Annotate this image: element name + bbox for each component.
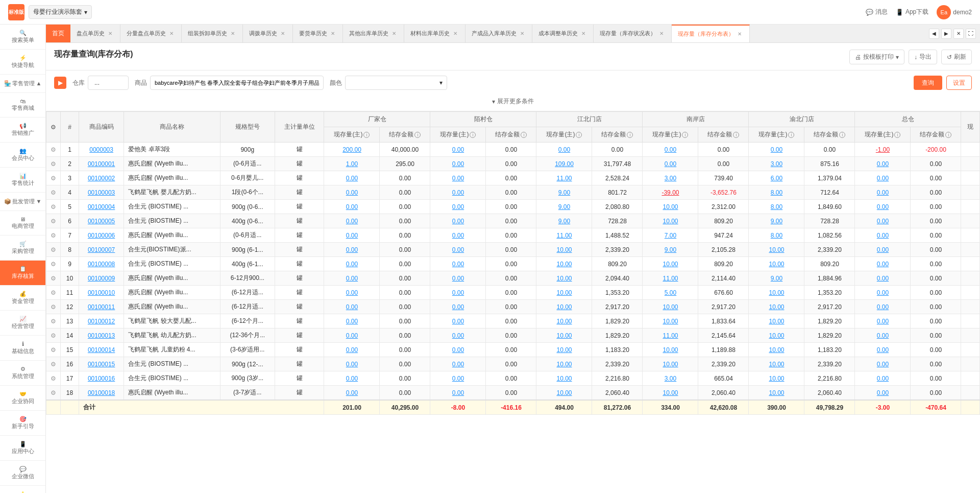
table-cell[interactable]: 0.00 [324,257,380,271]
table-cell[interactable]: 0.00 [855,286,911,300]
sidebar-item-member2[interactable]: ⭐ 畅会员 [0,486,45,493]
table-cell[interactable]: 10.00 [536,271,592,286]
tab-close-cost-adjust[interactable]: ✕ [580,30,587,37]
row-settings-icon[interactable]: ⚙ [51,346,56,354]
table-cell[interactable]: ⚙ [46,271,61,286]
refresh-btn[interactable]: ↺ 刷新 [941,50,972,64]
table-cell[interactable]: 9.00 [536,200,592,214]
tab-close-group-split[interactable]: ✕ [229,30,236,37]
table-cell[interactable]: 00100006 [79,228,124,243]
table-cell[interactable]: 10.00 [643,257,698,271]
table-cell[interactable]: 0.00 [430,300,486,314]
tab-close-product-in[interactable]: ✕ [519,30,526,37]
table-cell[interactable]: 00100009 [79,271,124,286]
table-cell[interactable]: 0.00 [855,371,911,386]
sidebar-item-inventory[interactable]: 📋 库存核算 [0,261,45,286]
row-settings-icon[interactable]: ⚙ [51,361,56,368]
table-cell[interactable]: 0.00 [324,200,380,214]
info-icon-mucun-amount[interactable]: i [521,132,527,138]
table-cell[interactable]: 3.00 [749,157,804,171]
table-cell[interactable]: 0.00 [324,214,380,228]
tab-next-btn[interactable]: ▶ [941,29,951,39]
table-cell[interactable]: 10.00 [643,357,698,371]
table-cell[interactable]: 0.00 [430,228,486,243]
sidebar-item-wholesale[interactable]: 📦 批发管理 ▼ [0,193,45,211]
table-cell[interactable]: 200.00 [324,143,380,157]
table-cell[interactable]: 0.00 [430,214,486,228]
sidebar-item-retail-stat[interactable]: 📊 零售统计 [0,168,45,193]
table-cell[interactable]: 0.00 [324,171,380,185]
row-settings-icon[interactable]: ⚙ [51,146,56,153]
table-cell[interactable]: -1.00 [855,143,911,157]
table-cell[interactable]: 0.00 [855,200,911,214]
table-cell[interactable]: 0.00 [855,357,911,371]
table-cell[interactable]: 00100012 [79,314,124,328]
table-cell[interactable]: 0.00 [324,286,380,300]
product-input[interactable] [150,76,324,90]
table-cell[interactable]: 3.00 [643,171,698,185]
table-cell[interactable]: 00100007 [79,243,124,257]
table-cell[interactable]: 10.00 [643,200,698,214]
table-cell[interactable]: 0.00 [324,357,380,371]
sidebar-item-retail-mgmt[interactable]: 🏪 零售管理 ▲ [0,75,45,93]
table-cell[interactable]: 00100014 [79,343,124,357]
table-cell[interactable]: 10.00 [749,386,804,401]
info-icon-changjia-current[interactable]: i [363,132,370,138]
table-cell[interactable]: 0.00 [324,185,380,200]
table-cell[interactable]: 10.00 [536,371,592,386]
table-cell[interactable]: 0.00 [430,286,486,300]
table-cell[interactable]: 00100016 [79,371,124,386]
tab-home[interactable]: 首页 [46,25,70,43]
table-cell[interactable]: 0.00 [430,371,486,386]
table-cell[interactable]: 10.00 [643,343,698,357]
table-cell[interactable]: 7.00 [643,228,698,243]
table-cell[interactable]: 10.00 [536,328,592,343]
table-cell[interactable]: 00100001 [79,157,124,171]
sidebar-item-purchase[interactable]: 🛒 采购管理 [0,236,45,261]
row-settings-icon[interactable]: ⚙ [51,218,56,225]
sidebar-item-system[interactable]: ⚙ 系统管理 [0,361,45,386]
table-cell[interactable]: 0.00 [855,386,911,401]
table-cell[interactable]: 00100005 [79,214,124,228]
row-settings-icon[interactable]: ⚙ [51,175,56,182]
table-cell[interactable]: 1.00 [324,157,380,171]
table-cell[interactable]: 0.00 [855,257,911,271]
tab-close-stock-single[interactable]: ✕ [107,30,114,37]
sidebar-item-member[interactable]: 👥 会员中心 [0,143,45,168]
table-cell[interactable]: ⚙ [46,343,61,357]
sidebar-item-business[interactable]: 📈 经营管理 [0,311,45,336]
table-cell[interactable]: 00100018 [79,386,124,401]
table-cell[interactable]: 8.00 [749,185,804,200]
tab-stock-dist[interactable]: 现存量（库存分布表） ✕ [672,25,750,43]
tab-material-out[interactable]: 材料出库单历史 ✕ [404,25,465,43]
sidebar-item-app-center[interactable]: 📱 应用中心 [0,436,45,461]
table-cell[interactable]: 0.00 [324,271,380,286]
sidebar-item-finance[interactable]: 💰 资金管理 [0,286,45,311]
tab-score-single[interactable]: 分量盘点单历史 ✕ [120,25,182,43]
table-cell[interactable]: 00100013 [79,328,124,343]
table-cell[interactable]: 0.00 [430,357,486,371]
table-cell[interactable]: 0.00 [430,185,486,200]
row-settings-icon[interactable]: ⚙ [51,289,56,296]
table-cell[interactable]: 10.00 [536,257,592,271]
table-cell[interactable]: ⚙ [46,214,61,228]
table-cell[interactable]: 11.00 [536,171,592,185]
row-settings-icon[interactable]: ⚙ [51,261,56,268]
row-settings-icon[interactable]: ⚙ [51,275,56,282]
table-cell[interactable]: 6.00 [749,171,804,185]
info-icon-total-current[interactable]: i [894,132,900,138]
sidebar-item-ecom[interactable]: 🖥 电商管理 [0,211,45,236]
table-cell[interactable]: 8.00 [749,200,804,214]
table-cell[interactable]: 9.00 [749,214,804,228]
info-icon-jiangbei-current[interactable]: i [576,132,582,138]
table-cell[interactable]: 0.00 [430,143,486,157]
table-cell[interactable]: 0.00 [855,157,911,171]
table-cell[interactable]: 10.00 [749,257,804,271]
table-cell[interactable]: 0.00 [324,386,380,401]
table-cell[interactable]: 0.00 [324,228,380,243]
sidebar-item-wechat[interactable]: 💬 企业微信 [0,461,45,486]
table-cell[interactable]: 0.00 [855,171,911,185]
sidebar-item-corp[interactable]: 🤝 企业协同 [0,386,45,411]
table-cell[interactable]: ⚙ [46,286,61,300]
sidebar-item-guide[interactable]: 🎯 新手引导 [0,411,45,436]
